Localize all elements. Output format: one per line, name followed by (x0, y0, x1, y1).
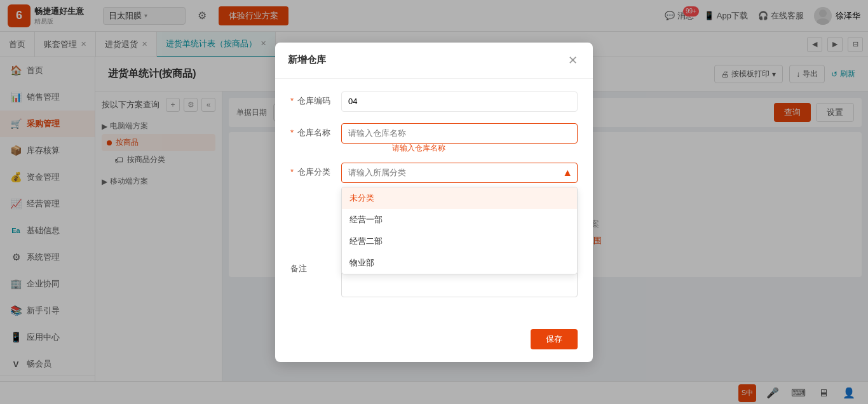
category-input[interactable] (341, 163, 578, 183)
modal-close-button[interactable]: ✕ (565, 53, 580, 68)
name-input-wrap: 请输入仓库名称 (341, 123, 578, 144)
new-warehouse-modal: 新增仓库 ✕ * 仓库编码 * 仓库名称 请输入仓库名称 (275, 43, 593, 362)
modal-footer: 保存 (275, 321, 593, 362)
modal-title: 新增仓库 (288, 54, 326, 66)
form-row-name: * 仓库名称 请输入仓库名称 (290, 123, 578, 144)
name-error-text: 请输入仓库名称 (392, 143, 445, 154)
form-row-category: * 仓库分类 ▲ 未分类 经营一部 经营二部 物业部 (290, 163, 578, 183)
modal-body: * 仓库编码 * 仓库名称 请输入仓库名称 * (275, 79, 593, 321)
name-input[interactable] (341, 123, 578, 144)
form-row-code: * 仓库编码 (290, 91, 578, 112)
category-dropdown-toggle[interactable]: ▲ (562, 167, 573, 178)
dropdown-item-unclassified[interactable]: 未分类 (342, 187, 577, 209)
modal-overlay[interactable]: 新增仓库 ✕ * 仓库编码 * 仓库名称 请输入仓库名称 (0, 0, 868, 404)
dropdown-item-dept2[interactable]: 经营二部 (342, 231, 577, 252)
category-label: * 仓库分类 (290, 163, 341, 178)
category-input-wrap: ▲ 未分类 经营一部 经营二部 物业部 (341, 163, 578, 183)
category-dropdown: 未分类 经营一部 经营二部 物业部 (341, 187, 578, 274)
modal-header: 新增仓库 ✕ (275, 43, 593, 79)
note-label: 备注 (290, 259, 341, 274)
dropdown-item-dept1[interactable]: 经营一部 (342, 209, 577, 231)
code-label: * 仓库编码 (290, 91, 341, 107)
code-input[interactable] (341, 91, 578, 112)
name-label: * 仓库名称 (290, 123, 341, 138)
save-button[interactable]: 保存 (531, 329, 578, 349)
dropdown-item-dept3[interactable]: 物业部 (342, 252, 577, 274)
